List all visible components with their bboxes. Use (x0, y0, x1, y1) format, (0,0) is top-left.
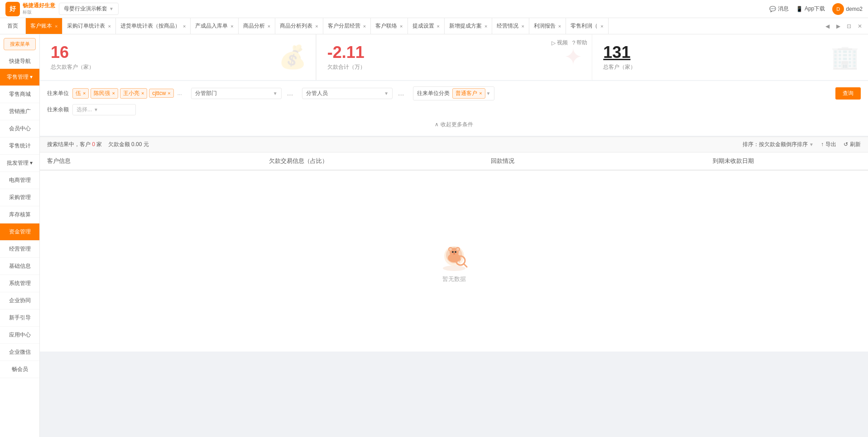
close-icon[interactable]: × (108, 24, 110, 29)
sidebar-item-wechat[interactable]: 企业微信 (0, 344, 39, 361)
filter-tag-chen[interactable]: 陈民强 × (91, 88, 118, 99)
message-btn[interactable]: 💬 消息 (769, 5, 789, 13)
refresh-btn[interactable]: ↺ 刷新 (844, 141, 861, 148)
tab-customer-contact[interactable]: 客户联络× (371, 18, 408, 34)
tab-new-raise-plan[interactable]: 新增提成方案× (445, 18, 492, 34)
sidebar-item-marketing[interactable]: 营销推广 (0, 103, 39, 120)
tab-purchase-stat[interactable]: 进货单统计表（按商品）× (116, 18, 191, 34)
stat-card-amount: ✦ -2.11 欠款合计（万） ▷ 视频 ? 帮助 (316, 34, 593, 80)
sidebar-item-inventory[interactable]: 库存核算 (0, 206, 39, 223)
close-icon[interactable]: × (600, 24, 603, 29)
sidebar-item-quick-nav[interactable]: 快捷导航 (0, 54, 39, 69)
balance-label: 往来余额 (47, 106, 69, 114)
remove-tag-wang[interactable]: × (141, 90, 144, 96)
sidebar-item-enterprise[interactable]: 企业协同 (0, 292, 39, 309)
table-header: 客户信息 欠款交易信息（占比） 回款情况 到期未收款日期 (40, 152, 868, 171)
refresh-icon: ↺ (844, 141, 848, 147)
main-layout: 搜索菜单 快捷导航 零售管理 ▾ 零售商城 营销推广 会员中心 零售统计 批发管… (0, 34, 868, 437)
close-icon[interactable]: × (230, 24, 233, 29)
balance-select[interactable]: 选择... ▼ (72, 104, 136, 115)
sidebar-item-member-center[interactable]: 会员中心 (0, 120, 39, 138)
filter-tag-cjttcw[interactable]: cjttcw × (149, 89, 173, 98)
close-icon[interactable]: × (55, 24, 58, 29)
sidebar-item-basic[interactable]: 基础信息 (0, 258, 39, 275)
empty-icon: ? (436, 239, 472, 275)
remove-tag-chen[interactable]: × (112, 90, 115, 96)
nav-close-btn[interactable]: ✕ (855, 22, 864, 31)
export-btn[interactable]: ↑ 导出 (821, 141, 836, 148)
stat-value-amount: -2.11 (327, 43, 364, 62)
amount-icon: ✦ (564, 44, 583, 70)
tab-raise-settings[interactable]: 提成设置× (408, 18, 445, 34)
export-icon: ↑ (821, 141, 824, 147)
sidebar-item-app-center[interactable]: 应用中心 (0, 327, 39, 344)
sidebar-item-purchase[interactable]: 采购管理 (0, 189, 39, 206)
close-icon[interactable]: × (183, 24, 186, 29)
sidebar-item-operation[interactable]: 经营管理 (0, 241, 39, 258)
sidebar-item-guide[interactable]: 新手引导 (0, 309, 39, 327)
svg-point-11 (453, 253, 455, 254)
close-icon[interactable]: × (437, 24, 440, 29)
unit-class-tag[interactable]: 普通客户 × (452, 88, 485, 99)
stat-value-total: 131 (603, 43, 630, 62)
user-menu[interactable]: D demo2 (832, 3, 863, 15)
chevron-down-icon: ▼ (486, 91, 491, 96)
filter-row-1: 往来单位 伍 × 陈民强 × 王小亮 × cjttcw (47, 86, 861, 100)
tab-retail-profit[interactable]: 零售利润（× (566, 18, 608, 34)
query-btn[interactable]: 查询 (835, 87, 861, 100)
top-bar-left: 好 畅捷通好生意 标版 母婴行业演示帐套 ▼ (5, 2, 119, 16)
sort-select[interactable]: 排序：按欠款金额倒序排序 ▼ (743, 141, 814, 148)
help-btn[interactable]: ? 帮助 (572, 39, 588, 47)
nav-next-btn[interactable]: ▶ (834, 22, 843, 31)
person-select[interactable]: 分管人员 ▼ (302, 88, 393, 99)
person-dots[interactable]: ... (396, 89, 406, 97)
close-icon[interactable]: × (400, 24, 403, 29)
collapse-btn[interactable]: ∧ 收起更多条件 (47, 119, 861, 130)
unit-class-select[interactable]: 往来单位分类 普通客户 × ▼ (413, 86, 494, 100)
nav-expand-btn[interactable]: ⊡ (844, 22, 854, 31)
system-selector[interactable]: 母婴行业演示帐套 ▼ (59, 3, 119, 15)
close-icon[interactable]: × (315, 24, 318, 29)
tab-goods-analysis[interactable]: 商品分析× (239, 18, 275, 34)
video-btn[interactable]: ▷ 视频 (551, 39, 568, 47)
logo-sub: 标版 (23, 9, 55, 15)
sidebar-item-system[interactable]: 系统管理 (0, 275, 39, 292)
search-menu-btn[interactable]: 搜索菜单 (4, 38, 36, 50)
sidebar-item-retail-mgmt[interactable]: 零售管理 ▾ (0, 69, 39, 86)
stat-card-total: 🏢 131 总客户（家） (592, 34, 868, 80)
remove-tag-cjttcw[interactable]: × (168, 90, 170, 96)
sidebar-item-capital[interactable]: 资金管理 (0, 223, 39, 241)
tab-cost-stock[interactable]: 产成品入库单× (191, 18, 238, 34)
close-icon[interactable]: × (558, 24, 561, 29)
col-repayment: 回款情况 (491, 157, 713, 165)
tab-operation-status[interactable]: 经营情况× (492, 18, 529, 34)
filter-tag-wang[interactable]: 王小亮 × (120, 88, 147, 99)
stat-label-amount: 欠款合计（万） (327, 63, 365, 71)
content-area: 💰 16 总欠款客户（家） ✦ -2.11 欠款合计（万） ▷ 视频 ? 帮助 … (40, 34, 868, 437)
tab-customer-layered[interactable]: 客户分层经营× (323, 18, 371, 34)
close-icon[interactable]: × (363, 24, 366, 29)
tab-profit-report[interactable]: 利润报告× (529, 18, 566, 34)
sidebar-item-vip[interactable]: 畅会员 (0, 361, 39, 378)
remove-tag-wu[interactable]: × (83, 90, 86, 96)
close-icon[interactable]: × (484, 24, 487, 29)
filter-tag-wu[interactable]: 伍 × (72, 88, 89, 99)
close-icon[interactable]: × (268, 24, 270, 29)
app-download-btn[interactable]: 📱 App下载 (796, 5, 825, 13)
sidebar-item-retail-mall[interactable]: 零售商城 (0, 86, 39, 103)
dept-dots[interactable]: ... (285, 89, 295, 97)
dept-select[interactable]: 分管部门 ▼ (191, 88, 282, 99)
tab-home[interactable]: 首页 (0, 18, 26, 34)
help-btns: ▷ 视频 ? 帮助 (551, 39, 588, 47)
tab-purchase-order[interactable]: 采购订单统计表× (62, 18, 115, 34)
nav-prev-btn[interactable]: ◀ (823, 22, 832, 31)
sidebar-item-ecommerce[interactable]: 电商管理 (0, 172, 39, 189)
tab-customer-ledger[interactable]: 客户账本× (26, 18, 62, 34)
sidebar-item-wholesale-mgmt[interactable]: 批发管理 ▾ (0, 155, 39, 172)
remove-unit-class-tag[interactable]: × (479, 90, 482, 96)
filter-row-2: 往来余额 选择... ▼ (47, 104, 861, 115)
close-icon[interactable]: × (521, 24, 524, 29)
sidebar-item-retail-stat[interactable]: 零售统计 (0, 138, 39, 155)
more-tags-btn[interactable]: ... (176, 89, 184, 97)
tab-goods-analysis-list[interactable]: 商品分析列表× (275, 18, 323, 34)
